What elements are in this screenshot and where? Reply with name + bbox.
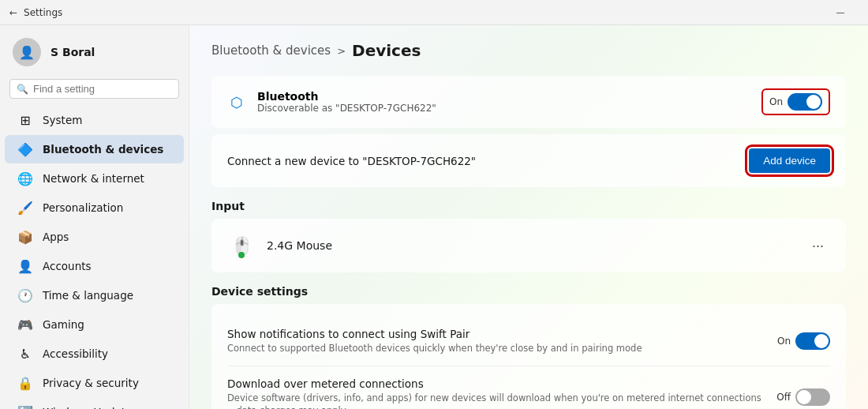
device-more-button[interactable]: ··· [806, 235, 830, 257]
swift-pair-desc: Connect to supported Bluetooth devices q… [227, 342, 765, 355]
title-bar-title: Settings [24, 7, 62, 18]
avatar: 👤 [13, 38, 41, 66]
device-connected-dot [238, 252, 245, 258]
sidebar-item-apps[interactable]: 📦 Apps [5, 223, 184, 251]
breadcrumb-current: Devices [352, 41, 421, 60]
sidebar-username: S Boral [51, 46, 95, 58]
breadcrumb-parent: Bluetooth & devices [211, 43, 331, 58]
metered-title: Download over metered connections [227, 377, 764, 390]
sidebar-item-label-bluetooth: Bluetooth & devices [43, 143, 163, 156]
title-bar-controls: — [822, 0, 859, 25]
swift-pair-toggle-track[interactable] [795, 332, 830, 350]
title-bar: ← Settings — [0, 0, 868, 25]
swift-pair-value-label: On [777, 336, 791, 347]
back-button[interactable]: ← [9, 7, 17, 18]
main-content: Bluetooth & devices > Devices ⬡ Bluetoot… [189, 0, 868, 409]
swift-pair-control[interactable]: On [777, 332, 830, 350]
accounts-icon: 👤 [17, 258, 33, 274]
bluetooth-icon: ⬡ [227, 94, 246, 111]
sidebar-item-bluetooth[interactable]: 🔷 Bluetooth & devices [5, 135, 184, 163]
add-device-button[interactable]: Add device [749, 148, 830, 173]
metered-toggle-thumb [797, 390, 811, 404]
sidebar-item-privacy[interactable]: 🔒 Privacy & security [5, 369, 184, 397]
bluetooth-toggle[interactable] [788, 93, 822, 111]
mouse-icon: 🖱️ [227, 231, 256, 260]
gaming-icon: 🎮 [17, 317, 33, 332]
bluetooth-card: ⬡ Bluetooth Discoverable as "DESKTOP-7GC… [211, 76, 846, 128]
sidebar-search[interactable]: 🔍 [9, 79, 179, 99]
sidebar-item-label-accessibility: Accessibility [43, 347, 108, 360]
metered-setting: Download over metered connections Device… [227, 366, 830, 409]
minimize-button[interactable]: — [822, 0, 859, 25]
sidebar-item-label-time: Time & language [43, 289, 133, 302]
metered-toggle-track[interactable] [795, 388, 830, 406]
connect-text: Connect a new device to "DESKTOP-7GCH622… [227, 155, 476, 167]
search-input[interactable] [33, 83, 172, 95]
sidebar-item-gaming[interactable]: 🎮 Gaming [5, 310, 184, 339]
swift-pair-toggle[interactable] [795, 332, 830, 350]
input-card: 🖱️ 2.4G Mouse ··· [211, 219, 846, 272]
bluetooth-title: Bluetooth [257, 90, 750, 103]
metered-toggle[interactable] [795, 388, 830, 406]
sidebar-item-label-gaming: Gaming [43, 318, 84, 331]
sidebar-item-time[interactable]: 🕐 Time & language [5, 281, 184, 310]
privacy-icon: 🔒 [17, 375, 33, 391]
nav-list: ⊞ System 🔷 Bluetooth & devices 🌐 Network… [0, 105, 189, 409]
swift-pair-setting: Show notifications to connect using Swif… [227, 317, 830, 366]
sidebar-item-label-apps: Apps [43, 231, 69, 243]
personalization-icon: 🖌️ [17, 200, 33, 216]
breadcrumb: Bluetooth & devices > Devices [211, 41, 846, 60]
sidebar-item-accounts[interactable]: 👤 Accounts [5, 252, 184, 280]
sidebar-item-accessibility[interactable]: ♿ Accessibility [5, 340, 184, 368]
accessibility-icon: ♿ [17, 346, 33, 362]
breadcrumb-separator: > [337, 45, 346, 57]
search-icon: 🔍 [17, 84, 28, 95]
update-icon: 🔄 [17, 404, 33, 409]
metered-desc: Device software (drivers, info, and apps… [227, 392, 764, 409]
device-settings-title: Device settings [211, 285, 846, 298]
bluetooth-toggle-track[interactable] [788, 93, 822, 111]
device-name: 2.4G Mouse [267, 239, 795, 252]
sidebar-item-update[interactable]: 🔄 Windows Update [5, 398, 184, 409]
system-icon: ⊞ [17, 112, 33, 128]
sidebar-item-label-system: System [43, 114, 82, 126]
bluetooth-toggle-container[interactable]: On [761, 88, 830, 115]
connect-card: Connect a new device to "DESKTOP-7GCH622… [211, 134, 846, 187]
network-icon: 🌐 [17, 171, 33, 186]
sidebar-item-label-network: Network & internet [43, 172, 144, 185]
input-section-title: Input [211, 200, 846, 212]
bluetooth-toggle-thumb [806, 95, 821, 109]
sidebar-item-label-privacy: Privacy & security [43, 377, 139, 389]
time-icon: 🕐 [17, 287, 33, 303]
device-settings-card: Show notifications to connect using Swif… [211, 304, 846, 409]
sidebar-item-personalization[interactable]: 🖌️ Personalization [5, 193, 184, 222]
sidebar: 👤 S Boral 🔍 ⊞ System 🔷 Bluetooth & devic… [0, 0, 189, 409]
swift-pair-title: Show notifications to connect using Swif… [227, 328, 765, 340]
sidebar-user: 👤 S Boral [0, 25, 189, 76]
bluetooth-icon: 🔷 [17, 141, 33, 157]
metered-control[interactable]: Off [776, 388, 830, 406]
swift-pair-toggle-thumb [814, 334, 829, 348]
sidebar-item-system[interactable]: ⊞ System [5, 106, 184, 134]
sidebar-item-label-accounts: Accounts [43, 260, 92, 272]
metered-value-label: Off [776, 392, 791, 403]
sidebar-item-label-update: Windows Update [43, 406, 132, 409]
sidebar-item-label-personalization: Personalization [43, 201, 123, 214]
bluetooth-toggle-label: On [769, 96, 783, 107]
bluetooth-subtitle: Discoverable as "DESKTOP-7GCH622" [257, 103, 750, 114]
apps-icon: 📦 [17, 229, 33, 245]
sidebar-item-network[interactable]: 🌐 Network & internet [5, 164, 184, 193]
